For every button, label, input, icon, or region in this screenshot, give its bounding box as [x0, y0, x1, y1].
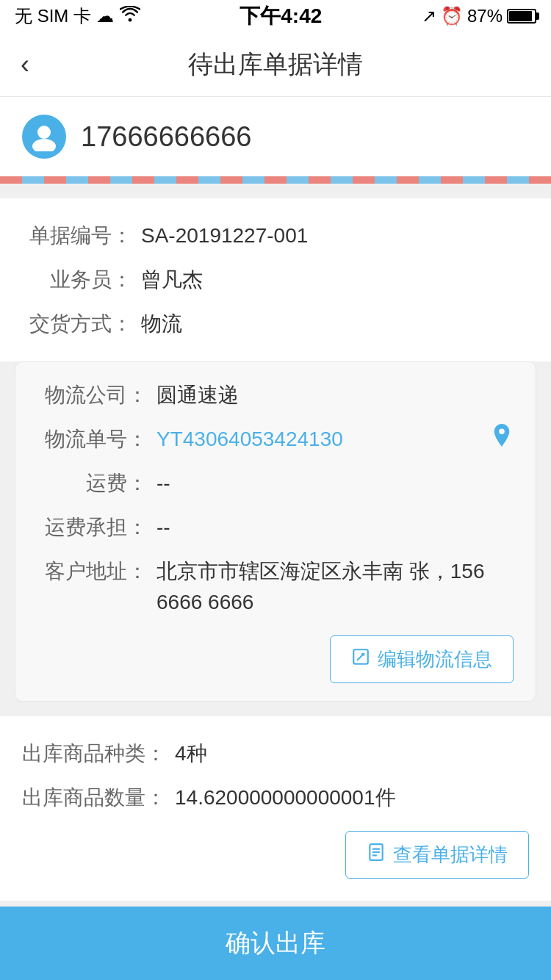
alarm-icon: ⏰: [441, 6, 463, 26]
logistics-company-label: 物流公司：: [37, 380, 148, 411]
page-title: 待出库单据详情: [188, 48, 363, 82]
order-number-label: 单据编号：: [22, 220, 132, 251]
location-icon: ↗: [422, 6, 436, 26]
logistics-tracking-label: 物流单号：: [37, 424, 148, 455]
goods-quantity-value: 14.620000000000001件: [175, 782, 529, 813]
freight-bear-label: 运费承担：: [37, 512, 148, 543]
confirm-outbound-button[interactable]: 确认出库: [0, 907, 551, 980]
goods-quantity-row: 出库商品数量： 14.620000000000001件: [22, 782, 529, 813]
freight-bear-value: --: [156, 512, 514, 543]
delivery-label: 交货方式：: [22, 309, 132, 339]
goods-type-label: 出库商品种类：: [22, 738, 166, 769]
status-bar: 无 SIM 卡 ☁ 下午4:42 ↗ ⏰ 87%: [0, 0, 551, 32]
summary-section: 出库商品种类： 4种 出库商品数量： 14.620000000000001件 查…: [0, 716, 551, 901]
sim-status: 无 SIM 卡 ☁: [15, 4, 114, 28]
dashed-divider: [0, 176, 551, 184]
location-pin-icon[interactable]: [490, 424, 514, 450]
status-left: 无 SIM 卡 ☁: [15, 4, 140, 28]
wifi-icon: [120, 6, 140, 26]
order-number-value: SA-20191227-001: [141, 220, 529, 251]
avatar: [22, 115, 66, 159]
address-row: 客户地址： 北京市市辖区海淀区永丰南 张，156 6666 6666: [37, 556, 514, 618]
goods-type-value: 4种: [175, 738, 529, 769]
status-right: ↗ ⏰ 87%: [422, 6, 536, 26]
nav-bar: ‹ 待出库单据详情: [0, 32, 551, 97]
delivery-value: 物流: [141, 309, 529, 339]
logistics-company-row: 物流公司： 圆通速递: [37, 380, 514, 411]
document-icon: [367, 843, 386, 867]
back-button[interactable]: ‹: [21, 49, 29, 80]
customer-phone: 17666666666: [81, 121, 251, 153]
salesman-row: 业务员： 曾凡杰: [22, 264, 529, 295]
goods-type-row: 出库商品种类： 4种: [22, 738, 529, 769]
customer-header: 17666666666: [0, 97, 551, 176]
logistics-company-value: 圆通速递: [156, 380, 514, 411]
battery-icon: [507, 9, 536, 24]
logistics-card: 物流公司： 圆通速递 物流单号： YT43064053424130 运费： --…: [15, 361, 536, 702]
edit-btn-row: 编辑物流信息: [37, 635, 514, 683]
svg-point-0: [37, 126, 51, 139]
section-divider: [0, 702, 551, 716]
edit-icon: [351, 647, 370, 671]
order-number-row: 单据编号： SA-20191227-001: [22, 220, 529, 251]
salesman-label: 业务员：: [22, 264, 132, 295]
freight-bear-row: 运费承担： --: [37, 512, 514, 543]
battery-percent: 87%: [467, 6, 503, 26]
address-label: 客户地址：: [37, 556, 148, 587]
freight-row: 运费： --: [37, 468, 514, 499]
view-details-button[interactable]: 查看单据详情: [345, 831, 529, 879]
view-btn-row: 查看单据详情: [22, 831, 529, 879]
svg-point-1: [32, 139, 56, 151]
bottom-area: 确认出库: [0, 907, 551, 980]
status-time: 下午4:42: [240, 2, 322, 30]
goods-quantity-label: 出库商品数量：: [22, 782, 166, 813]
order-info-section: 单据编号： SA-20191227-001 业务员： 曾凡杰 交货方式： 物流: [0, 198, 551, 361]
logistics-tracking-row: 物流单号： YT43064053424130: [37, 424, 514, 455]
freight-value: --: [156, 468, 514, 499]
view-details-label: 查看单据详情: [393, 842, 508, 868]
delivery-row: 交货方式： 物流: [22, 309, 529, 339]
freight-label: 运费：: [37, 468, 148, 499]
edit-logistics-label: 编辑物流信息: [378, 646, 492, 672]
logistics-tracking-value: YT43064053424130: [156, 424, 481, 455]
salesman-value: 曾凡杰: [141, 264, 529, 295]
edit-logistics-button[interactable]: 编辑物流信息: [330, 635, 514, 683]
address-value: 北京市市辖区海淀区永丰南 张，156 6666 6666: [156, 556, 514, 618]
